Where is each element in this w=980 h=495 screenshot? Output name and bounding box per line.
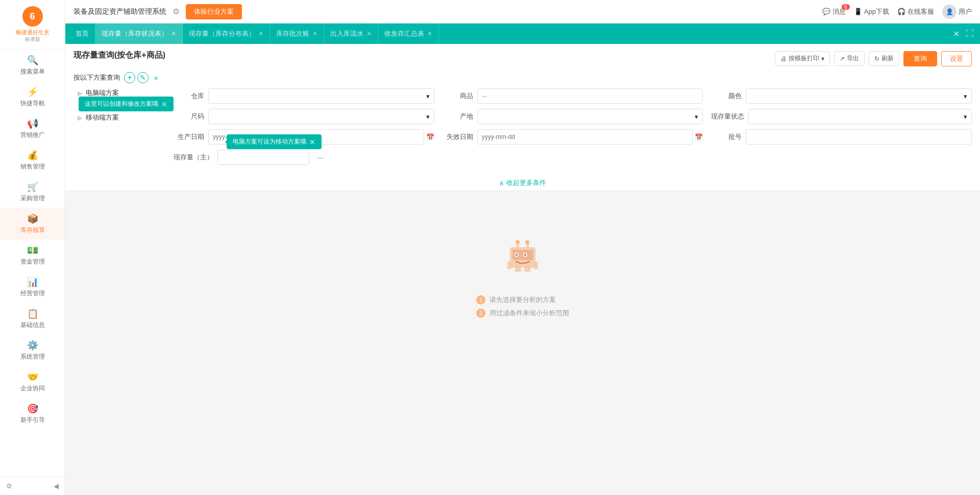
- filter-inv-status: 现存量状态 ▾: [711, 109, 972, 124]
- tip-num-2: 2: [476, 309, 485, 318]
- settings-btn[interactable]: ⚙: [173, 7, 180, 16]
- inv-status-select[interactable]: ▾: [748, 109, 972, 124]
- sidebar-item-system[interactable]: ⚙️ 系统管理: [0, 335, 65, 366]
- sidebar-item-label: 销售管理: [20, 162, 45, 171]
- add-scheme-btn[interactable]: +: [124, 72, 135, 83]
- close-tab-inventory-dist[interactable]: ✕: [258, 30, 263, 37]
- logo-icon: 6: [22, 6, 43, 27]
- close-tab-batch[interactable]: ✕: [312, 30, 317, 37]
- trial-button[interactable]: 体验行业方案: [186, 4, 242, 19]
- scheme-list: ▶ 电脑端方案 这里可以创建和修改方案哦 ✕ ▶ 移动端方案: [74, 88, 165, 170]
- online-support[interactable]: 🎧 在线客服: [897, 7, 934, 16]
- sidebar-item-inventory[interactable]: 📦 库存核算: [0, 208, 65, 240]
- tab-in-out-flow[interactable]: 出入库流水 ✕: [324, 23, 378, 44]
- sidebar-item-label: 营销推广: [20, 131, 45, 139]
- app-download[interactable]: 📱 App下载: [854, 7, 889, 16]
- tab-bar-right: ✕ ⛶: [951, 28, 980, 40]
- tab-recv-summary-label: 收发存汇总表: [384, 29, 424, 38]
- target-icon: 🎯: [27, 403, 38, 414]
- sidebar-item-search[interactable]: 🔍 搜索菜单: [0, 50, 65, 81]
- finance-icon: 💵: [27, 245, 38, 256]
- goods-select[interactable]: ···: [477, 88, 703, 104]
- svg-point-3: [516, 254, 518, 256]
- inv-status-label: 现存量状态: [711, 112, 744, 121]
- sidebar-item-guide[interactable]: 🎯 新手引导: [0, 398, 65, 430]
- size-label: 尺码: [174, 112, 204, 121]
- tab-recv-summary[interactable]: 收发存汇总表 ✕: [378, 23, 439, 44]
- tab-inventory-dist-label: 现存量（库存分布表）: [189, 29, 255, 38]
- batch-no-label: 批号: [711, 132, 742, 142]
- inv-qty-min[interactable]: [217, 150, 309, 165]
- box-icon: 📦: [27, 213, 38, 224]
- expiry-date-input: 📅: [477, 129, 703, 145]
- reset-button[interactable]: 设置: [941, 51, 972, 66]
- sidebar-item-purchase[interactable]: 🛒 采购管理: [0, 176, 65, 208]
- expiry-date-field[interactable]: [477, 129, 693, 145]
- flash-icon: ⚡: [27, 86, 38, 98]
- notification-area[interactable]: 💬 消息 6: [822, 7, 846, 16]
- sidebar-item-operations[interactable]: 📊 经营管理: [0, 271, 65, 303]
- sidebar-item-label: 系统管理: [20, 352, 45, 361]
- collapse-icon[interactable]: ◀: [54, 482, 59, 490]
- tab-home[interactable]: 首页: [69, 23, 95, 44]
- sidebar-item-label: 采购管理: [20, 194, 45, 203]
- tip-text-2: 用过滤条件来缩小分析范围: [489, 307, 569, 320]
- sidebar-item-sales[interactable]: 💰 销售管理: [0, 145, 65, 176]
- calendar-icon-1[interactable]: 📅: [426, 133, 434, 141]
- printer-icon: 🖨: [780, 55, 787, 62]
- batch-no-field[interactable]: [746, 129, 972, 145]
- mobile-scheme-item[interactable]: ▶ 移动端方案: [78, 113, 165, 122]
- sidebar-item-basic[interactable]: 📋 基础信息: [0, 303, 65, 335]
- export-btn[interactable]: ↗ 导出: [834, 51, 865, 66]
- print-btn[interactable]: 🖨 按模板打印 ▾: [775, 51, 830, 66]
- calendar-icon-2[interactable]: 📅: [695, 133, 703, 141]
- color-select[interactable]: ▾: [746, 88, 972, 104]
- warehouse-select[interactable]: ▾: [208, 88, 434, 104]
- filter-batch-no: 批号: [711, 129, 972, 145]
- export-icon: ↗: [840, 55, 845, 62]
- back-scheme-btn[interactable]: «: [151, 72, 162, 83]
- warehouse-label: 仓库: [174, 91, 204, 101]
- edit-scheme-btn[interactable]: ✎: [137, 72, 149, 83]
- system-title: 装备及固定资产辅助管理系统: [74, 7, 166, 16]
- close-tab-inventory-status[interactable]: ✕: [171, 30, 176, 37]
- filter-warehouse: 仓库 ▾: [174, 88, 434, 104]
- sidebar-item-label: 搜索菜单: [20, 67, 45, 76]
- sidebar-item-label: 经营管理: [20, 289, 45, 298]
- search-icon: 🔍: [27, 55, 38, 66]
- sidebar-item-label: 新手引导: [20, 416, 45, 425]
- tooltip-close-2[interactable]: ✕: [161, 100, 167, 108]
- prod-date-label: 生产日期: [174, 132, 204, 142]
- origin-select[interactable]: ▾: [477, 109, 703, 124]
- tab-fullscreen[interactable]: ⛶: [964, 28, 976, 39]
- refresh-btn[interactable]: ↻ 刷新: [869, 51, 899, 66]
- size-select[interactable]: ▾: [208, 109, 434, 124]
- tab-close-all[interactable]: ✕: [951, 28, 962, 40]
- page-title-row: 现存量查询(按仓库+商品) 🖨 按模板打印 ▾ ↗ 导出 ↻ 刷新: [74, 50, 972, 67]
- expiry-date-label: 失效日期: [443, 132, 473, 142]
- settings-icon[interactable]: ⚙: [6, 482, 12, 490]
- sidebar-item-marketing[interactable]: 📢 营销推广: [0, 113, 65, 145]
- svg-point-5: [524, 254, 526, 256]
- tip-text-1: 请先选择要分析的方案: [489, 293, 556, 307]
- color-label: 颜色: [711, 91, 742, 101]
- search-panel: 现存量查询(按仓库+商品) 🖨 按模板打印 ▾ ↗ 导出 ↻ 刷新: [65, 44, 980, 191]
- chevron-down-icon-5: ▾: [964, 113, 967, 121]
- tab-batch-account[interactable]: 库存批次账 ✕: [270, 23, 324, 44]
- logo-area: 6 畅捷通好生意 标准版: [0, 0, 65, 50]
- query-scheme-label: 按以下方案查询: [74, 73, 120, 82]
- sidebar-item-finance[interactable]: 💵 资金管理: [0, 240, 65, 271]
- collapse-filters-btn[interactable]: ∧ 收起更多条件: [74, 175, 972, 191]
- close-tab-recv[interactable]: ✕: [427, 30, 432, 37]
- filter-expiry-date: 失效日期 📅: [443, 129, 703, 145]
- tab-inventory-dist[interactable]: 现存量（库存分布表） ✕: [183, 23, 270, 44]
- toolbar-right: 🖨 按模板打印 ▾ ↗ 导出 ↻ 刷新 查询 设置: [775, 51, 972, 66]
- search-button[interactable]: 查询: [903, 51, 937, 66]
- sidebar-item-label: 基础信息: [20, 321, 45, 329]
- tab-inventory-status[interactable]: 现存量（库存状况表） ✕: [95, 23, 183, 44]
- sidebar-item-quicknav[interactable]: ⚡ 快捷导航: [0, 81, 65, 113]
- user-area[interactable]: 👤 用户: [942, 5, 972, 19]
- tooltip-close-1[interactable]: ✕: [309, 138, 315, 146]
- close-tab-flow[interactable]: ✕: [366, 30, 372, 37]
- sidebar-item-enterprise[interactable]: 🤝 企业协同: [0, 366, 65, 398]
